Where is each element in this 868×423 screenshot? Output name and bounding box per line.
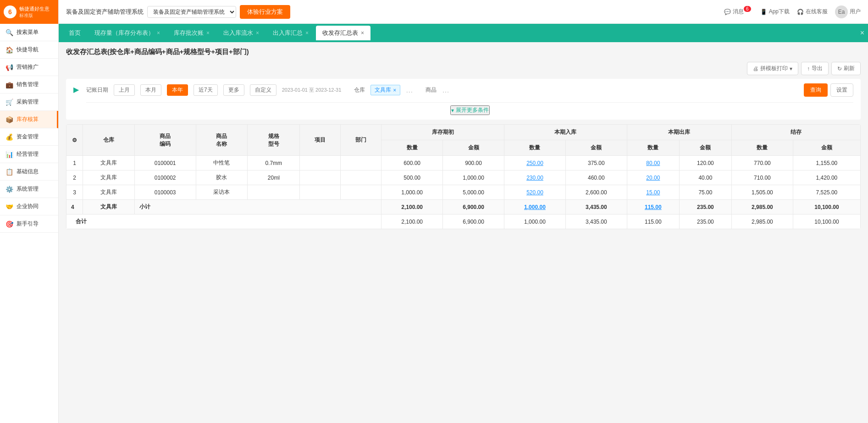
date-btn-本年[interactable]: 本年: [167, 84, 188, 96]
system-name: 装备及固定资产辅助管理系统: [66, 8, 144, 16]
th-out-qty: 数量: [627, 140, 679, 156]
tab-close-icon[interactable]: ×: [157, 30, 160, 36]
online-service-label: 在线客服: [806, 8, 828, 16]
refresh-button[interactable]: ↻ 刷新: [831, 62, 861, 75]
sidebar-item-label: 库存核算: [17, 115, 39, 123]
sidebar-item-basic[interactable]: 📋基础信息: [0, 163, 58, 181]
system-select[interactable]: 装备及固定资产辅助管理系统: [147, 6, 236, 18]
close-all-tabs-button[interactable]: ×: [860, 29, 864, 37]
th-in-amt: 金额: [565, 140, 627, 156]
print-button[interactable]: 🖨 拼模板打印 ▾: [747, 62, 798, 75]
total-bal-amt: 10,100.00: [793, 214, 860, 229]
business-icon: 📊: [6, 151, 13, 158]
sidebar-item-inventory[interactable]: 📦库存核算: [0, 111, 58, 128]
row-warehouse: 文具库: [83, 156, 135, 170]
sidebar-item-sales[interactable]: 💼销售管理: [0, 76, 58, 93]
expand-row: ▾ 展开更多条件: [86, 102, 853, 115]
sidebar-item-enterprise[interactable]: 🤝企业协同: [0, 198, 58, 215]
sub-in-qty[interactable]: 1,000.00: [504, 200, 566, 214]
sub-warehouse: 文具库: [83, 200, 135, 214]
expand-button[interactable]: ▾ 展开更多条件: [450, 105, 490, 115]
warehouse-tag-close[interactable]: ×: [393, 87, 396, 93]
sidebar-item-finance[interactable]: 💰资金管理: [0, 128, 58, 146]
settings-button[interactable]: 设置: [830, 83, 853, 97]
sidebar-item-label: 经营管理: [17, 150, 39, 158]
row-dept: [341, 185, 381, 200]
filter-section: 记账日期 上月本月本年近7天更多自定义2023-01-01 至 2023-12-…: [86, 83, 853, 115]
sales-icon: 💼: [6, 81, 13, 88]
row-bal-amt: 1,420.00: [793, 170, 860, 185]
th-project: 项目: [300, 125, 341, 156]
row-out-qty[interactable]: 80.00: [627, 156, 679, 170]
row-out-amt: 120.00: [679, 156, 731, 170]
sidebar-item-label: 快捷导航: [17, 46, 39, 54]
printer-icon: 🖨: [753, 66, 758, 72]
finance-icon: 💰: [6, 133, 13, 141]
inventory-icon: 📦: [6, 116, 13, 123]
row-name: 胶水: [196, 170, 248, 185]
query-button[interactable]: 查询: [804, 83, 828, 97]
sidebar-title-line1: 畅捷通好生意: [19, 5, 50, 12]
logo-text: 6: [8, 8, 12, 16]
table-body: 1 文具库 0100001 中性笔 0.7mm 600.00 900.00 25…: [66, 156, 861, 214]
row-code: 0100003: [134, 185, 196, 200]
user-item[interactable]: Ea 用户: [835, 5, 861, 18]
warehouse-dots[interactable]: ...: [406, 85, 413, 95]
total-out-amt: 235.00: [679, 214, 731, 229]
app-download-item[interactable]: 📱 App下载: [760, 8, 790, 16]
enterprise-icon: 🤝: [6, 203, 13, 210]
message-item[interactable]: 💬 消息 6: [724, 8, 753, 16]
message-icon: 💬: [724, 9, 731, 15]
sidebar-item-business[interactable]: 📊经营管理: [0, 146, 58, 163]
tab-close-icon[interactable]: ×: [305, 30, 309, 36]
table-header-top: ⚙ 仓库 商品编码 商品名称 规格型号 项目 部门 库存期初 本期入库 本期出库…: [66, 125, 861, 140]
tab-inout-summary[interactable]: 出入库汇总×: [266, 26, 315, 40]
sidebar-item-quicknav[interactable]: 🏠快捷导航: [0, 41, 58, 59]
row-code: 0100001: [134, 156, 196, 170]
row-out-qty[interactable]: 20.00: [627, 170, 679, 185]
trial-button[interactable]: 体验行业方案: [240, 5, 290, 19]
th-warehouse: 仓库: [83, 125, 135, 156]
row-in-qty[interactable]: 230.00: [504, 170, 566, 185]
tab-home[interactable]: 首页: [62, 26, 87, 40]
filter-collapse-btn[interactable]: ▶: [73, 85, 79, 94]
sidebar-item-search[interactable]: 🔍搜索菜单: [0, 24, 58, 41]
row-in-qty[interactable]: 520.00: [504, 185, 566, 200]
tab-close-icon[interactable]: ×: [206, 30, 210, 36]
date-btn-近7天[interactable]: 近7天: [194, 84, 218, 96]
tab-inout-flow[interactable]: 出入库流水×: [217, 26, 265, 40]
th-opening: 库存期初: [381, 125, 504, 140]
goods-dots[interactable]: ...: [442, 85, 449, 95]
sub-out-qty[interactable]: 115.00: [627, 200, 679, 214]
tab-close-icon[interactable]: ×: [361, 30, 364, 36]
topbar-left: 装备及固定资产辅助管理系统 装备及固定资产辅助管理系统 体验行业方案: [66, 5, 290, 19]
tab-stock-dist[interactable]: 现存量（库存分布表）×: [88, 26, 166, 40]
row-open-qty: 600.00: [381, 156, 443, 170]
sidebar-item-label: 搜索菜单: [17, 28, 39, 36]
sub-num: 4: [66, 200, 83, 214]
main-area: 装备及固定资产辅助管理系统 装备及固定资产辅助管理系统 体验行业方案 💬 消息 …: [59, 0, 868, 423]
warehouse-tag: 文具库 ×: [370, 85, 400, 95]
date-btn-本月[interactable]: 本月: [140, 84, 161, 96]
export-button[interactable]: ↑ 导出: [801, 62, 829, 75]
table-settings-col[interactable]: ⚙: [66, 125, 83, 156]
data-table: ⚙ 仓库 商品编码 商品名称 规格型号 项目 部门 库存期初 本期入库 本期出库…: [66, 124, 861, 229]
row-in-qty[interactable]: 250.00: [504, 156, 566, 170]
date-btn-更多[interactable]: 更多: [223, 84, 244, 96]
tab-send-recv[interactable]: 收发存汇总表×: [316, 26, 370, 40]
date-btn-自定义[interactable]: 自定义: [250, 84, 276, 96]
tab-close-icon[interactable]: ×: [256, 30, 259, 36]
sidebar-item-purchase[interactable]: 🛒采购管理: [0, 93, 58, 111]
row-out-qty[interactable]: 15.00: [627, 185, 679, 200]
sidebar-item-marketing[interactable]: 📢营销推广: [0, 59, 58, 76]
tab-batch[interactable]: 库存批次账×: [167, 26, 216, 40]
online-service-item[interactable]: 🎧 在线客服: [797, 8, 828, 16]
th-in-qty: 数量: [504, 140, 566, 156]
row-spec: [248, 185, 300, 200]
sidebar-item-system[interactable]: ⚙️系统管理: [0, 181, 58, 198]
row-num: 2: [66, 170, 83, 185]
th-open-amt: 金额: [443, 140, 504, 156]
date-btn-上月[interactable]: 上月: [114, 84, 135, 96]
sidebar-item-label: 基础信息: [17, 168, 39, 176]
sidebar-item-newbie[interactable]: 🎯新手引导: [0, 215, 58, 233]
